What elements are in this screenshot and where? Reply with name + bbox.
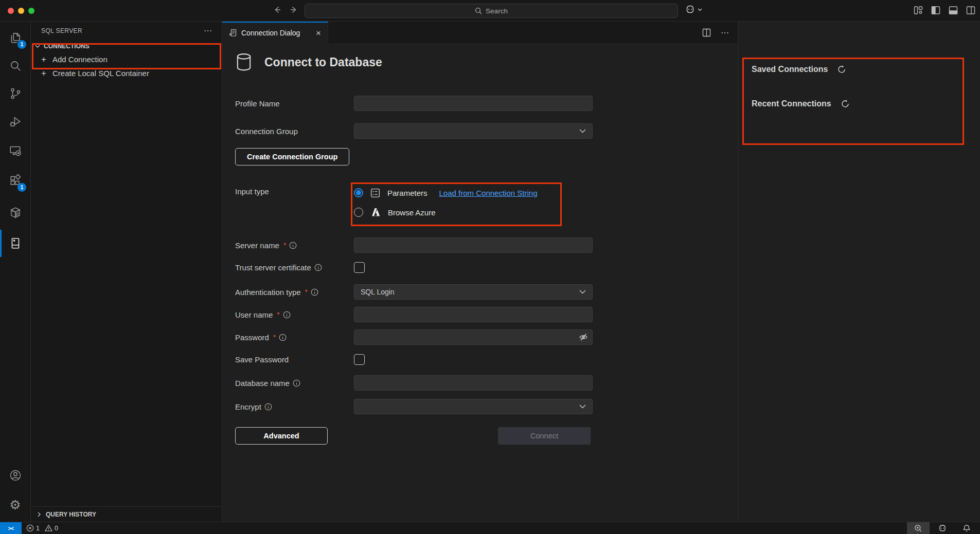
plus-icon: +	[40, 68, 47, 79]
refresh-saved-connections-icon[interactable]	[837, 65, 846, 74]
connections-section-header[interactable]: CONNECTIONS	[31, 40, 222, 52]
close-window-button[interactable]	[8, 8, 14, 14]
activity-bar: 1 1	[0, 22, 31, 522]
explorer-icon[interactable]: 1	[0, 25, 30, 50]
settings-gear-icon[interactable]: ⚙	[0, 492, 30, 517]
database-name-input[interactable]	[354, 375, 593, 391]
info-icon	[293, 379, 300, 387]
parameters-radio[interactable]	[354, 188, 363, 197]
chevron-down-icon	[579, 404, 586, 409]
extensions-badge: 1	[17, 183, 26, 192]
editor-more-actions-icon[interactable]: ⋯	[721, 28, 729, 38]
profile-name-label: Profile Name	[235, 99, 354, 108]
save-password-checkbox[interactable]	[354, 354, 365, 365]
input-type-browse-azure-option: Browse Azure	[354, 206, 436, 218]
sidebar-title: SQL SERVER	[41, 27, 82, 34]
connection-group-dropdown[interactable]	[354, 123, 593, 139]
connection-group-label: Connection Group	[235, 127, 354, 136]
warning-count: 0	[55, 525, 58, 532]
server-name-input[interactable]	[354, 237, 593, 253]
sql-server-sidebar: SQL SERVER ⋯ CONNECTIONS + Add Connectio…	[31, 22, 222, 522]
saved-connections-title: Saved Connections	[752, 65, 828, 74]
info-icon	[279, 334, 287, 341]
connections-browser-panel: Saved Connections Recent Connections	[738, 22, 980, 522]
notifications-bell-icon[interactable]	[955, 522, 978, 534]
password-input[interactable]	[354, 329, 593, 345]
search-label: Search	[486, 7, 508, 15]
create-local-sql-container-item[interactable]: + Create Local SQL Container	[31, 66, 222, 80]
copilot-menu[interactable]	[685, 4, 702, 15]
warning-icon	[45, 524, 52, 532]
error-icon	[26, 524, 34, 532]
parameters-form-icon	[370, 188, 381, 198]
database-name-label: Database name	[235, 379, 354, 388]
customize-layout-icon[interactable]	[913, 5, 923, 15]
extensions-icon[interactable]: 1	[0, 168, 30, 193]
close-tab-icon[interactable]: ×	[313, 28, 324, 39]
zoom-status-icon[interactable]	[907, 522, 930, 534]
sql-server-icon[interactable]	[0, 231, 30, 255]
authentication-type-label: Authentication type*	[235, 288, 354, 297]
toggle-primary-sidebar-icon[interactable]	[931, 5, 941, 15]
chevron-down-icon	[579, 129, 586, 133]
split-editor-icon[interactable]	[702, 28, 711, 38]
active-view-indicator	[0, 230, 2, 257]
back-icon[interactable]	[273, 5, 282, 14]
refresh-recent-connections-icon[interactable]	[841, 99, 850, 108]
dialog-title: Connect to Database	[264, 56, 382, 69]
browse-azure-radio[interactable]	[354, 208, 363, 217]
container-tools-icon[interactable]	[0, 200, 30, 225]
search-sidebar-icon[interactable]	[0, 53, 30, 78]
profile-name-input[interactable]	[354, 96, 593, 111]
connection-dialog-form: Connect to Database Profile Name Connect…	[222, 44, 738, 522]
server-name-label: Server name*	[235, 241, 354, 250]
remote-explorer-icon[interactable]	[0, 138, 30, 163]
add-connection-item[interactable]: + Add Connection	[31, 52, 222, 66]
encrypt-label: Encrypt	[235, 402, 354, 411]
tab-strip: Connection Dialog × ⋯	[222, 22, 738, 44]
copilot-icon	[685, 4, 696, 15]
trust-server-certificate-label: Trust server certificate	[235, 263, 354, 272]
forward-icon[interactable]	[289, 5, 298, 14]
password-label: Password*	[235, 333, 354, 342]
load-from-connection-string-link[interactable]: Load from Connection String	[439, 189, 538, 197]
input-type-parameters-option: Parameters Load from Connection String	[354, 187, 537, 199]
chevron-down-icon	[579, 290, 586, 294]
source-control-icon[interactable]	[0, 81, 30, 106]
authentication-type-dropdown[interactable]: SQL Login	[354, 284, 593, 300]
copilot-status-icon[interactable]	[931, 522, 954, 534]
info-icon	[283, 311, 291, 319]
trust-server-certificate-checkbox[interactable]	[354, 262, 365, 273]
save-password-label: Save Password	[235, 355, 354, 364]
advanced-button[interactable]: Advanced	[235, 427, 328, 445]
run-debug-icon[interactable]	[0, 109, 30, 134]
minimize-window-button[interactable]	[18, 8, 24, 14]
problems-status[interactable]: 1 0	[22, 524, 58, 532]
query-history-section-header[interactable]: QUERY HISTORY	[31, 506, 222, 522]
toggle-panel-icon[interactable]	[948, 5, 958, 15]
info-icon	[314, 264, 322, 271]
search-icon	[475, 7, 482, 14]
info-icon	[289, 242, 297, 249]
tab-connection-dialog[interactable]: Connection Dialog ×	[222, 22, 328, 43]
title-bar: Search	[0, 0, 980, 22]
input-type-label: Input type	[235, 187, 354, 196]
sidebar-more-actions-icon[interactable]: ⋯	[201, 26, 216, 35]
chevron-down-icon	[33, 42, 42, 50]
toggle-secondary-sidebar-icon[interactable]	[966, 5, 976, 15]
eye-off-icon[interactable]	[579, 333, 588, 342]
user-name-input[interactable]	[354, 307, 593, 322]
connect-button[interactable]: Connect	[498, 427, 591, 445]
remote-indicator[interactable]: ><	[0, 522, 22, 534]
create-connection-group-button[interactable]: Create Connection Group	[235, 148, 349, 165]
explorer-badge: 1	[17, 40, 26, 49]
azure-icon	[370, 207, 381, 217]
database-icon	[236, 53, 252, 71]
accounts-icon[interactable]	[0, 463, 30, 488]
encrypt-dropdown[interactable]	[354, 399, 593, 414]
maximize-window-button[interactable]	[28, 8, 34, 14]
chevron-down-icon	[698, 8, 702, 11]
user-name-label: User name*	[235, 310, 354, 319]
command-center-search[interactable]: Search	[305, 4, 678, 18]
window-controls	[8, 8, 34, 14]
